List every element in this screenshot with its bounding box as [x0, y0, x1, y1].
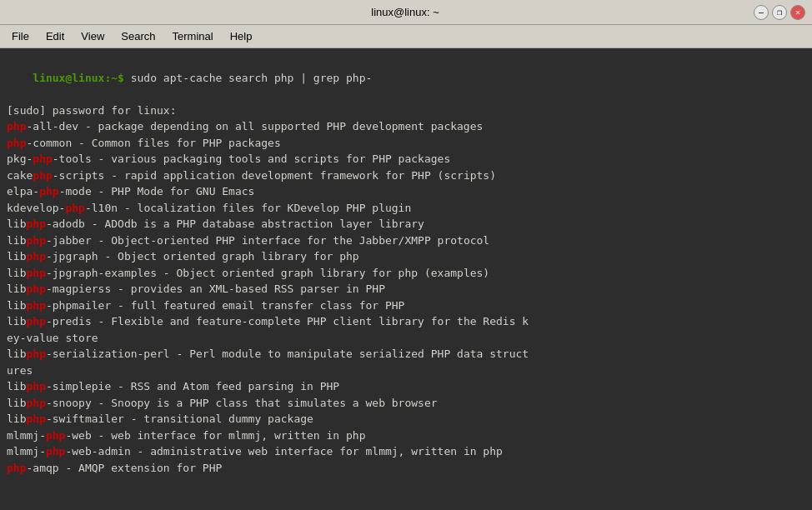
- list-item: elpa-php-mode - PHP Mode for GNU Emacs: [7, 183, 805, 200]
- list-item: libphp-swiftmailer - transitional dummy …: [7, 411, 805, 428]
- list-item: libphp-serialization-perl - Perl module …: [7, 346, 805, 362]
- menu-terminal[interactable]: Terminal: [164, 28, 222, 44]
- list-item: libphp-magpierss - provides an XML-based…: [7, 281, 805, 298]
- window-controls: – ❐ ✕: [754, 5, 805, 20]
- menu-help[interactable]: Help: [222, 28, 261, 44]
- menu-view[interactable]: View: [73, 28, 113, 44]
- maximize-button[interactable]: ❐: [772, 5, 787, 20]
- menu-search[interactable]: Search: [113, 28, 163, 44]
- list-item: libphp-jpgraph-examples - Object oriente…: [7, 265, 805, 282]
- list-item: php-common - Common files for PHP packag…: [7, 135, 805, 152]
- menu-edit[interactable]: Edit: [38, 28, 73, 44]
- list-item: cakephp-scripts - rapid application deve…: [7, 168, 805, 184]
- list-item: php-amqp - AMQP extension for PHP: [7, 460, 805, 477]
- titlebar: linux@linux: ~ – ❐ ✕: [0, 0, 812, 25]
- minimize-button[interactable]: –: [754, 5, 769, 20]
- list-item-continuation: ey-value store: [7, 330, 805, 347]
- list-item: php-all-dev - package depending on all s…: [7, 118, 805, 135]
- list-item: libphp-jabber - Object-oriented PHP inte…: [7, 232, 805, 249]
- list-item-continuation: ures: [7, 362, 805, 379]
- list-item: mlmmj-php-web - web interface for mlmmj,…: [7, 428, 805, 444]
- menubar: File Edit View Search Terminal Help: [0, 25, 812, 48]
- list-item: mlmmj-php-web-admin - administrative web…: [7, 443, 805, 460]
- sudo-line: [sudo] password for linux:: [7, 102, 805, 119]
- list-item: libphp-snoopy - Snoopy is a PHP class th…: [7, 395, 805, 412]
- list-item: libphp-phpmailer - full featured email t…: [7, 298, 805, 314]
- menu-file[interactable]: File: [3, 28, 38, 44]
- list-item: libphp-adodb - ADOdb is a PHP database a…: [7, 216, 805, 232]
- terminal-output[interactable]: linux@linux:~$ sudo apt-cache search php…: [0, 48, 812, 510]
- list-item: pkg-php-tools - various packaging tools …: [7, 151, 805, 168]
- list-item: kdevelop-php-l10n - localization files f…: [7, 200, 805, 217]
- window-title: linux@linux: ~: [57, 6, 754, 18]
- cmd-line: linux@linux:~$ sudo apt-cache search php…: [7, 53, 805, 102]
- list-item: libphp-jpgraph - Object oriented graph l…: [7, 248, 805, 265]
- close-button[interactable]: ✕: [790, 5, 805, 20]
- list-item: libphp-simplepie - RSS and Atom feed par…: [7, 378, 805, 395]
- list-item: libphp-predis - Flexible and feature-com…: [7, 313, 805, 330]
